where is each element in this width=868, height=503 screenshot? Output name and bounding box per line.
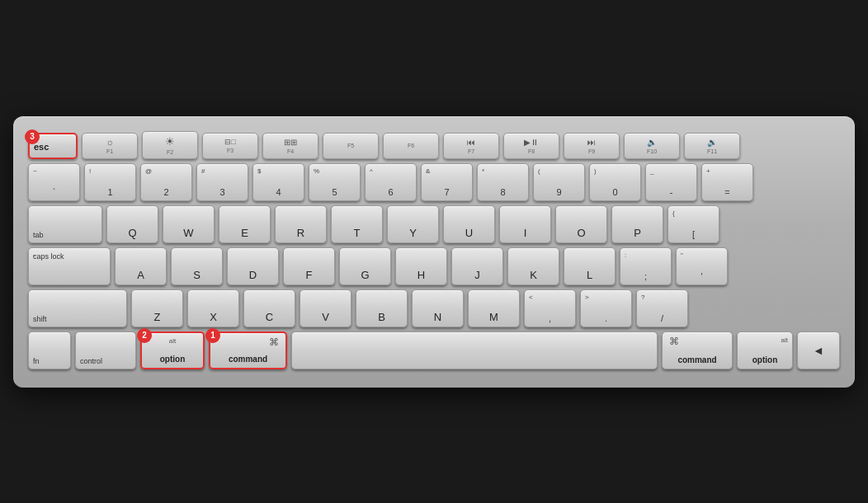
key-4[interactable]: $ 4 [252, 163, 304, 201]
key-f1[interactable]: ☼ F1 [82, 133, 138, 159]
key-e[interactable]: E [219, 205, 271, 243]
key-f4[interactable]: ⊞⊞ F4 [262, 133, 318, 159]
key-capslock[interactable]: • caps lock [28, 247, 111, 285]
key-r[interactable]: R [275, 205, 327, 243]
key-fn[interactable]: fn [28, 331, 71, 369]
key-n[interactable]: N [412, 289, 464, 327]
qwerty-row: tab Q W E R T Y U I O P { [ [28, 205, 840, 243]
key-bracket-left[interactable]: { [ [668, 205, 719, 243]
key-t[interactable]: T [331, 205, 383, 243]
key-h[interactable]: H [395, 247, 447, 285]
asdf-row: • caps lock A S D F G H J K L : ; " ' [28, 247, 840, 285]
key-f11[interactable]: 🔉 F11 [684, 133, 740, 159]
key-k[interactable]: K [507, 247, 559, 285]
keyboard: 3 esc ☼ F1 ☀ F2 ⊟□ F3 ⊞⊞ F4 F5 F6 ⏮ F7 [13, 116, 855, 388]
key-5[interactable]: % 5 [309, 163, 361, 201]
key-command-right[interactable]: ⌘ command [662, 331, 733, 369]
key-q[interactable]: Q [106, 205, 158, 243]
key-shift-left[interactable]: shift [28, 289, 127, 327]
key-3[interactable]: # 3 [196, 163, 248, 201]
key-j[interactable]: J [451, 247, 503, 285]
key-z[interactable]: Z [131, 289, 183, 327]
key-c[interactable]: C [243, 289, 295, 327]
key-f10[interactable]: 🔈 F10 [624, 133, 680, 159]
key-f9[interactable]: ⏭ F9 [564, 133, 620, 159]
key-f5[interactable]: F5 [323, 133, 379, 159]
key-u[interactable]: U [443, 205, 495, 243]
key-comma[interactable]: < , [524, 289, 576, 327]
key-arrow-left[interactable]: ◄ [797, 331, 840, 369]
fn-row: 3 esc ☼ F1 ☀ F2 ⊟□ F3 ⊞⊞ F4 F5 F6 ⏮ F7 [28, 131, 840, 159]
key-a[interactable]: A [115, 247, 167, 285]
bottom-row: fn control 2 alt option 1 ⌘ command ⌘ co… [28, 331, 840, 369]
number-row: ~ ` ! 1 @ 2 # 3 $ 4 % 5 ^ 6 & 7 [28, 163, 840, 201]
key-f[interactable]: F [283, 247, 335, 285]
key-semicolon[interactable]: : ; [620, 247, 672, 285]
zxcv-row: shift Z X C V B N M < , > . ? / [28, 289, 840, 327]
key-spacebar[interactable] [291, 331, 658, 369]
key-f3[interactable]: ⊟□ F3 [202, 133, 258, 159]
key-6[interactable]: ^ 6 [365, 163, 417, 201]
key-command-left[interactable]: 1 ⌘ command [209, 331, 287, 369]
key-esc[interactable]: 3 esc [28, 133, 78, 159]
key-f2[interactable]: ☀ F2 [142, 131, 198, 159]
badge-2: 2 [137, 328, 152, 343]
key-minus[interactable]: _ - [645, 163, 697, 201]
key-b[interactable]: B [356, 289, 408, 327]
key-tab[interactable]: tab [28, 205, 102, 243]
key-quote[interactable]: " ' [676, 247, 728, 285]
key-8[interactable]: * 8 [477, 163, 529, 201]
key-slash[interactable]: ? / [636, 289, 688, 327]
key-option-right[interactable]: alt option [737, 331, 793, 369]
key-option-left[interactable]: 2 alt option [140, 331, 205, 369]
key-w[interactable]: W [163, 205, 215, 243]
key-f8[interactable]: ▶⏸ F8 [503, 133, 559, 159]
key-f6[interactable]: F6 [383, 133, 439, 159]
key-period[interactable]: > . [580, 289, 632, 327]
key-backtick[interactable]: ~ ` [28, 163, 80, 201]
key-g[interactable]: G [339, 247, 391, 285]
key-f7[interactable]: ⏮ F7 [443, 133, 499, 159]
key-y[interactable]: Y [387, 205, 439, 243]
badge-1: 1 [205, 328, 220, 343]
key-p[interactable]: P [611, 205, 663, 243]
key-equals[interactable]: + = [701, 163, 753, 201]
key-v[interactable]: V [300, 289, 351, 327]
badge-3: 3 [25, 129, 40, 144]
key-m[interactable]: M [468, 289, 520, 327]
key-d[interactable]: D [227, 247, 279, 285]
key-2[interactable]: @ 2 [140, 163, 192, 201]
key-0[interactable]: ) 0 [589, 163, 641, 201]
key-s[interactable]: S [171, 247, 223, 285]
key-i[interactable]: I [499, 205, 551, 243]
key-7[interactable]: & 7 [421, 163, 473, 201]
key-9[interactable]: ( 9 [533, 163, 585, 201]
key-l[interactable]: L [564, 247, 616, 285]
key-1[interactable]: ! 1 [84, 163, 136, 201]
key-x[interactable]: X [187, 289, 239, 327]
key-o[interactable]: O [555, 205, 607, 243]
key-control[interactable]: control [75, 331, 136, 369]
